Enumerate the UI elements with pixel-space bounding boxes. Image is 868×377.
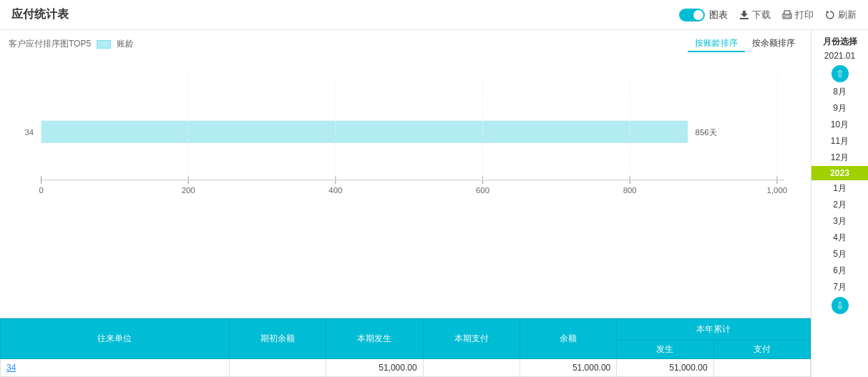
- table-row: 34 51,000.00 51,000.00 51,000.00: [1, 359, 811, 377]
- legend-label: 账龄: [117, 38, 134, 50]
- main-area: 客户应付排序图TOP5 账龄 按账龄排序 按余额排序 34: [0, 30, 868, 377]
- legend-box: [97, 40, 111, 49]
- bar-end-label: 856天: [696, 128, 717, 137]
- header-actions: 图表 下载 打印 刷新: [679, 9, 857, 21]
- col-from-unit: 往来单位: [1, 319, 230, 359]
- nav-up-button[interactable]: ⇧: [832, 65, 849, 82]
- table-wrapper: 往来单位 期初余额 本期发生 本期支付 余额 本年累计 发生: [0, 318, 811, 377]
- toggle-label: 图表: [709, 9, 728, 21]
- svg-rect-0: [740, 18, 748, 19]
- month-11[interactable]: 11月: [811, 133, 868, 150]
- col-ytd: 本年累计: [617, 319, 811, 341]
- chart-header: 客户应付排序图TOP5 账龄 按账龄排序 按余额排序: [0, 30, 811, 55]
- download-button[interactable]: 下载: [739, 9, 771, 21]
- col-current-occur: 本期发生: [326, 319, 423, 359]
- cell-balance: 51,000.00: [520, 359, 616, 377]
- col-ytd-pay: 支付: [713, 341, 810, 359]
- bar-rect: [42, 121, 688, 143]
- month-7[interactable]: 7月: [811, 279, 868, 295]
- chart-section: 客户应付排序图TOP5 账龄 按账龄排序 按余额排序 34: [0, 30, 811, 377]
- cell-ytd-occur: 51,000.00: [617, 359, 713, 377]
- refresh-button[interactable]: 刷新: [825, 9, 857, 21]
- table-section: 往来单位 期初余额 本期发生 本期支付 余额 本年累计 发生: [0, 318, 811, 377]
- cell-current-pay: [423, 359, 520, 377]
- col-current-pay: 本期支付: [423, 319, 520, 359]
- legend-text: 客户应付排序图TOP5: [9, 38, 91, 50]
- month-10[interactable]: 10月: [811, 117, 868, 133]
- sort-by-balance-button[interactable]: 按余额排序: [745, 36, 802, 52]
- chart-toggle[interactable]: [679, 9, 705, 21]
- svg-text:600: 600: [476, 186, 489, 195]
- svg-text:800: 800: [623, 186, 637, 195]
- month-4[interactable]: 4月: [811, 230, 868, 246]
- active-year-label[interactable]: 2023: [811, 166, 868, 180]
- sidebar-title: 月份选择: [823, 33, 857, 49]
- sort-by-amount-button[interactable]: 按账龄排序: [688, 36, 745, 52]
- svg-text:0: 0: [39, 186, 43, 195]
- print-button[interactable]: 打印: [782, 9, 814, 21]
- month-6[interactable]: 6月: [811, 263, 868, 279]
- col-ytd-occur: 发生: [617, 341, 713, 359]
- month-5[interactable]: 5月: [811, 246, 868, 263]
- sort-buttons: 按账龄排序 按余额排序: [688, 36, 802, 52]
- month-12[interactable]: 12月: [811, 150, 868, 166]
- chart-legend: 客户应付排序图TOP5 账龄: [9, 38, 134, 50]
- chart-toggle-wrap: 图表: [679, 9, 728, 21]
- print-icon: [782, 10, 792, 20]
- page-title: 应付统计表: [11, 7, 69, 22]
- cell-opening: [229, 359, 326, 377]
- month-9[interactable]: 9月: [811, 100, 868, 117]
- download-icon: [739, 10, 749, 20]
- nav-down-button[interactable]: ⇩: [832, 297, 849, 314]
- header: 应付统计表 图表 下载 打印 刷新: [0, 0, 868, 30]
- month-2[interactable]: 2月: [811, 197, 868, 213]
- cell-ytd-pay: [713, 359, 810, 377]
- svg-marker-4: [826, 11, 829, 14]
- app-container: 应付统计表 图表 下载 打印 刷新: [0, 0, 868, 377]
- col-opening: 期初余额: [229, 319, 326, 359]
- svg-rect-3: [784, 16, 790, 18]
- cell-current-occur: 51,000.00: [326, 359, 423, 377]
- y-label: 34: [24, 128, 34, 137]
- svg-rect-2: [784, 11, 790, 14]
- bar-chart: 34 856天 0 200: [11, 61, 799, 232]
- cell-unit[interactable]: 34: [1, 359, 230, 377]
- chart-area: 34 856天 0 200: [0, 55, 811, 318]
- col-balance: 余额: [520, 319, 616, 359]
- month-8[interactable]: 8月: [811, 84, 868, 100]
- svg-text:1,000: 1,000: [767, 186, 788, 195]
- sidebar: 月份选择 2021.01 ⇧ 8月 9月 10月 11月 12月 2023 1月…: [811, 30, 868, 377]
- svg-text:400: 400: [328, 186, 342, 195]
- data-table: 往来单位 期初余额 本期发生 本期支付 余额 本年累计 发生: [0, 318, 811, 377]
- month-1[interactable]: 1月: [811, 180, 868, 197]
- svg-text:200: 200: [182, 186, 195, 195]
- month-3[interactable]: 3月: [811, 213, 868, 230]
- sidebar-year: 2021.01: [824, 49, 855, 64]
- refresh-icon: [825, 10, 835, 20]
